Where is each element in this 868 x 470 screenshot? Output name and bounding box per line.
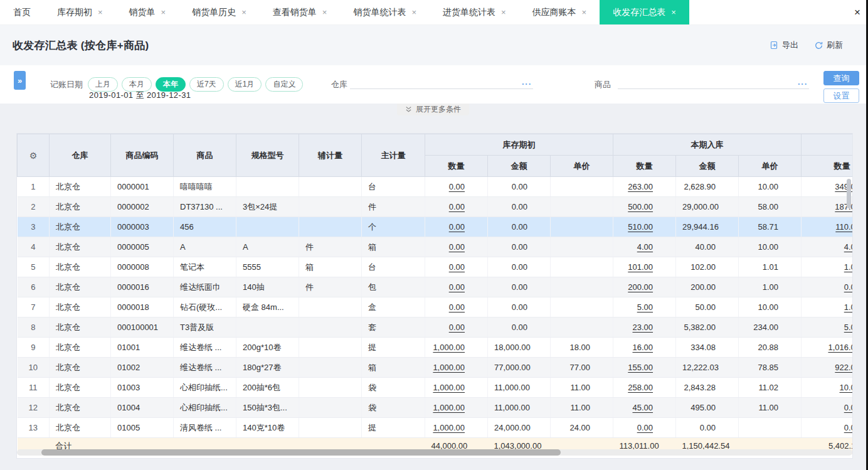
- tab-item-6[interactable]: 销货单统计表×: [340, 0, 430, 24]
- tab-item-3[interactable]: 销货单×: [116, 0, 179, 24]
- cell-in-amount: 334.08: [676, 338, 739, 358]
- cell-out-qty[interactable]: 1,016.00: [802, 338, 853, 358]
- header-sub-6: 单价: [739, 156, 802, 177]
- tab-item-5[interactable]: 查看销货单×: [260, 0, 341, 24]
- header-settings[interactable]: ⚙: [18, 134, 50, 177]
- cell-main-unit: 箱: [362, 358, 425, 378]
- tab-item-1[interactable]: 首页: [0, 0, 44, 24]
- cell-in-qty[interactable]: 200.00: [613, 277, 676, 297]
- cell-in-qty[interactable]: 101.00: [613, 257, 676, 277]
- tab-close-icon[interactable]: ×: [322, 8, 327, 17]
- table-row[interactable]: 2北京仓0000002DT37130 ...3包×24提件0.000.00500…: [18, 197, 854, 217]
- cell-out-qty[interactable]: 0.00: [802, 398, 853, 418]
- date-preset-pill[interactable]: 自定义: [265, 77, 303, 92]
- cell-begin-qty[interactable]: 0.00: [425, 297, 488, 318]
- tab-close-icon[interactable]: ×: [582, 8, 587, 17]
- tab-close-icon[interactable]: ×: [411, 8, 416, 17]
- cell-in-qty[interactable]: 258.00: [613, 378, 676, 398]
- cell-begin-qty[interactable]: 1,000.00: [425, 338, 488, 358]
- table-row[interactable]: 6北京仓0000016维达纸面巾140抽件包0.000.00200.00200.…: [18, 277, 854, 297]
- summary-table: ⚙仓库商品编码商品规格型号辅计量主计量库存期初本期入库数量金额单价数量金额单价数…: [17, 134, 853, 454]
- table-row[interactable]: 8北京仓000100001T3普及版套0.000.0023.005,382.00…: [18, 318, 854, 338]
- tab-item-8[interactable]: 供应商账本×: [519, 0, 600, 24]
- tab-item-2[interactable]: 库存期初×: [44, 0, 116, 24]
- tab-close-icon[interactable]: ×: [98, 8, 103, 17]
- table-row[interactable]: 11北京仓01003心相印抽纸...200抽*6包袋1,000.0011,000…: [18, 378, 854, 398]
- tab-item-4[interactable]: 销货单历史×: [179, 0, 260, 24]
- refresh-button[interactable]: 刷新: [815, 40, 843, 51]
- product-input[interactable]: ···: [618, 75, 809, 89]
- tab-close-icon[interactable]: ×: [241, 8, 246, 17]
- close-all-icon[interactable]: ×: [847, 0, 868, 24]
- cell-begin-qty[interactable]: 0.00: [425, 277, 488, 297]
- tab-item-7[interactable]: 进货单统计表×: [430, 0, 519, 24]
- product-picker-icon[interactable]: ···: [798, 82, 808, 87]
- expand-more-button[interactable]: 展开更多条件: [397, 104, 469, 115]
- cell-begin-amount: 0.00: [488, 318, 551, 338]
- table-row[interactable]: 4北京仓0000005AA件箱0.000.004.0040.0010.004.0…: [18, 237, 854, 257]
- cell-out-qty[interactable]: 0.00: [802, 277, 853, 297]
- cell-main-unit: 提: [362, 338, 425, 358]
- cell-in-qty[interactable]: 0.00: [613, 418, 676, 438]
- header-sub-7: 数量: [802, 156, 853, 177]
- tab-close-icon[interactable]: ×: [161, 8, 166, 17]
- cell-begin-qty[interactable]: 1,000.00: [425, 358, 488, 378]
- cell-begin-qty[interactable]: 1,000.00: [425, 378, 488, 398]
- cell-in-qty[interactable]: 16.00: [613, 338, 676, 358]
- cell-begin-qty[interactable]: 0.00: [425, 217, 488, 237]
- cell-aux-unit: [299, 398, 362, 418]
- date-range-text[interactable]: 2019-01-01 至 2019-12-31: [89, 90, 191, 101]
- warehouse-picker-icon[interactable]: ···: [522, 82, 532, 87]
- cell-out-qty[interactable]: 1.00: [802, 257, 853, 277]
- tab-close-icon[interactable]: ×: [671, 8, 676, 17]
- date-preset-pill[interactable]: 近7天: [189, 77, 224, 92]
- cell-begin-amount: 77,000.00: [488, 358, 551, 378]
- cell-out-qty[interactable]: 110.00: [802, 217, 853, 237]
- cell-begin-qty[interactable]: 1,000.00: [425, 418, 488, 438]
- table-row[interactable]: 12北京仓01004心相印抽纸...150抽*3包...袋1,000.0011,…: [18, 398, 854, 418]
- cell-begin-amount: 0.00: [488, 177, 551, 197]
- horizontal-scrollbar[interactable]: [17, 449, 852, 456]
- vertical-scrollbar-thumb[interactable]: [847, 179, 851, 208]
- table-row[interactable]: 1北京仓0000001嘻嘻嘻嘻台0.000.00263.002,628.9010…: [18, 177, 854, 197]
- table-row[interactable]: 7北京仓0000018钻石(硬玫...硬盒 84m...盒0.000.005.0…: [18, 297, 854, 318]
- cell-out-qty[interactable]: 0.00: [802, 418, 853, 438]
- table-row[interactable]: 3北京仓0000003456个0.000.00510.0029,944.1658…: [18, 217, 854, 237]
- query-button[interactable]: 查询: [823, 71, 859, 85]
- cell-in-qty[interactable]: 263.00: [613, 177, 676, 197]
- cell-in-qty[interactable]: 155.00: [613, 358, 676, 378]
- date-preset-pill[interactable]: 近1月: [228, 77, 262, 92]
- cell-out-qty[interactable]: 10.00: [802, 378, 853, 398]
- warehouse-input[interactable]: ···: [350, 75, 533, 89]
- horizontal-scrollbar-thumb[interactable]: [41, 449, 561, 456]
- table-row[interactable]: 9北京仓01001维达卷纸 ...200g*10卷提1,000.0018,000…: [18, 338, 854, 358]
- table-row[interactable]: 5北京仓0000008笔记本5555箱台0.000.00101.00102.00…: [18, 257, 854, 277]
- cell-in-qty[interactable]: 45.00: [613, 398, 676, 418]
- cell-out-qty[interactable]: 187.00: [802, 197, 853, 217]
- cell-in-qty[interactable]: 4.00: [613, 237, 676, 257]
- cell-out-qty[interactable]: 4.00: [802, 237, 853, 257]
- settings-button[interactable]: 设置: [823, 88, 859, 103]
- cell-begin-qty[interactable]: 0.00: [425, 318, 488, 338]
- cell-in-qty[interactable]: 500.00: [613, 197, 676, 217]
- cell-out-qty[interactable]: 349.00: [802, 177, 853, 197]
- cell-out-qty[interactable]: 922.00: [802, 358, 853, 378]
- cell-in-qty[interactable]: 23.00: [613, 318, 676, 338]
- collapse-filter-button[interactable]: »: [14, 71, 26, 90]
- table-row[interactable]: 13北京仓01005清风卷纸 ...140克*10卷提1,000.0024,00…: [18, 418, 854, 438]
- cell-out-qty[interactable]: 1.00: [802, 297, 853, 318]
- cell-begin-qty[interactable]: 0.00: [425, 197, 488, 217]
- cell-begin-qty[interactable]: 0.00: [425, 237, 488, 257]
- table-row[interactable]: 10北京仓01002维达卷纸 ...180g*27卷箱1,000.0077,00…: [18, 358, 854, 378]
- cell-begin-qty[interactable]: 0.00: [425, 177, 488, 197]
- cell-row-number: 7: [18, 297, 50, 318]
- export-button[interactable]: 导出: [770, 40, 798, 51]
- gear-icon[interactable]: ⚙: [29, 151, 38, 161]
- cell-in-qty[interactable]: 5.00: [613, 297, 676, 318]
- cell-begin-qty[interactable]: 0.00: [425, 257, 488, 277]
- cell-out-qty[interactable]: 5.00: [802, 318, 853, 338]
- tab-close-icon[interactable]: ×: [501, 8, 506, 17]
- tab-item-9[interactable]: 收发存汇总表×: [600, 0, 689, 24]
- cell-in-qty[interactable]: 510.00: [613, 217, 676, 237]
- cell-begin-qty[interactable]: 1,000.00: [425, 398, 488, 418]
